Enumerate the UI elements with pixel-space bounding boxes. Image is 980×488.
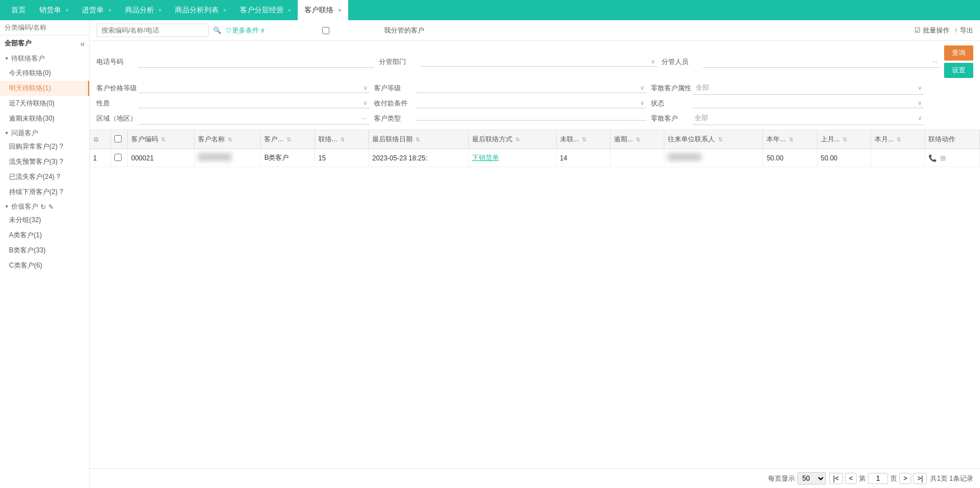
sidebar-item-tomorrow[interactable]: 明天待联络(1): [0, 81, 89, 96]
nav-sales[interactable]: 销货单 ×: [33, 0, 75, 20]
sidebar-item-a-class[interactable]: A类客户(1): [0, 228, 89, 243]
select-all-checkbox[interactable]: [114, 135, 122, 142]
th-code[interactable]: 客户编码 ⇅: [128, 130, 195, 149]
th-this-year[interactable]: 本年... ⇅: [763, 130, 817, 149]
search-input[interactable]: [96, 24, 209, 37]
th-contact-count[interactable]: 联络... ⇅: [315, 130, 368, 149]
sidebar-item-churned[interactable]: 已流失客户(24) ?: [0, 169, 89, 185]
th-customer-type[interactable]: 客户... ⇅: [261, 130, 315, 149]
export-button[interactable]: ↑ 导出: [954, 26, 973, 35]
filter-payment: 收付款条件 ∨: [374, 98, 647, 108]
nature-label: 性质: [96, 99, 136, 108]
customer-name-blurred: [198, 153, 232, 161]
department-select[interactable]: ∨: [420, 57, 657, 67]
nav-customer-tier[interactable]: 客户分层经营 ×: [233, 0, 298, 20]
sidebar-item-7days[interactable]: 近7天待联络(0): [0, 96, 89, 111]
sidebar-item-declining[interactable]: 持续下滑客户(2) ?: [0, 185, 89, 200]
payment-select[interactable]: ∨: [415, 98, 647, 108]
page-size-select[interactable]: 50 100 200: [797, 472, 826, 485]
export-label: 导出: [960, 26, 973, 35]
reset-button[interactable]: 设置: [944, 63, 973, 78]
sidebar-item-b-class[interactable]: B类客户(33): [0, 243, 89, 258]
th-name[interactable]: 客户名称 ⇅: [194, 130, 261, 149]
nav-product-analysis[interactable]: 商品分析 ×: [118, 0, 168, 20]
th-last-contact-date[interactable]: 最后联络日期 ⇅: [369, 130, 468, 149]
table-header-row: ⚙ 客户编码 ⇅ 客户名称 ⇅ 客户... ⇅ 联络... ⇅ 最后联络日期 ⇅…: [90, 130, 980, 149]
person-select[interactable]: ···: [703, 56, 940, 68]
sidebar-group-problem: 问题客户: [0, 126, 89, 139]
filter-row-3: 性质 ∨ 收付款条件 ∨ 状态: [96, 98, 973, 108]
nav-customer-contact[interactable]: 客户联络 ×: [298, 0, 348, 20]
th-this-month[interactable]: 本月... ⇅: [871, 130, 925, 149]
nav-purchase[interactable]: 进货单 ×: [75, 0, 118, 20]
sidebar-item-c-class[interactable]: C类客户(6): [0, 258, 89, 273]
retail-attr-select[interactable]: 全部 ∨: [694, 81, 924, 95]
edit-icon-value[interactable]: ✎: [48, 203, 54, 211]
sidebar-item-repurchase[interactable]: 回购异常客户(2) ?: [0, 139, 89, 154]
department-label: 分管部门: [379, 57, 418, 67]
sidebar-group-value: 价值客户 ↻ ✎: [0, 200, 89, 213]
top-nav: 首页 销货单 × 进货单 × 商品分析 × 商品分析列表 × 客户分层经营 × …: [0, 0, 980, 20]
sidebar-item-today[interactable]: 今天待联络(0): [0, 66, 89, 81]
person-dots[interactable]: ···: [932, 58, 937, 66]
first-page-button[interactable]: |<: [829, 473, 843, 484]
sidebar-item-churn-warning[interactable]: 流失预警客户(3) ?: [0, 154, 89, 169]
page-label-suffix: 页: [890, 474, 897, 484]
collapse-icon[interactable]: «: [80, 39, 85, 48]
td-name: [194, 149, 261, 167]
nav-product-analysis-list[interactable]: 商品分析列表 ×: [168, 0, 233, 20]
status-select[interactable]: ∨: [692, 98, 924, 108]
more-action-icon[interactable]: ⊞: [940, 154, 946, 162]
my-customers-toggle[interactable]: 我分管的客户: [270, 26, 424, 35]
price-level-select[interactable]: ∨: [139, 83, 369, 93]
all-customers-label: 全部客户: [4, 39, 31, 48]
sidebar-item-ungrouped[interactable]: 未分组(32): [0, 213, 89, 228]
th-uncontacted[interactable]: 未联... ⇅: [556, 130, 610, 149]
query-button[interactable]: 查询: [944, 45, 973, 61]
my-customers-checkbox[interactable]: [270, 27, 382, 34]
nature-select[interactable]: ∨: [138, 98, 369, 108]
last-page-button[interactable]: >|: [913, 473, 927, 484]
nav-home[interactable]: 首页: [4, 0, 33, 20]
close-sales[interactable]: ×: [66, 7, 69, 13]
price-level-label: 客户价格等级: [96, 84, 137, 93]
refresh-icon[interactable]: ↻: [40, 203, 46, 211]
search-button[interactable]: 🔍: [213, 26, 221, 34]
customer-type-select[interactable]: [415, 117, 647, 121]
action-icons: 📞 ⊞: [928, 154, 976, 162]
close-product-analysis-list[interactable]: ×: [223, 7, 226, 13]
bulk-action-button[interactable]: ☑ 批量操作: [914, 26, 950, 35]
contact-method-link[interactable]: 下销货单: [472, 154, 499, 162]
retail-customer-select[interactable]: 全部 ∨: [692, 112, 924, 125]
area-dots[interactable]: ···: [362, 114, 367, 122]
phone-input[interactable]: [138, 56, 375, 68]
close-purchase[interactable]: ×: [108, 7, 112, 13]
sidebar-search-input[interactable]: [4, 24, 89, 31]
phone-action-icon[interactable]: 📞: [928, 154, 937, 162]
close-customer-tier[interactable]: ×: [288, 7, 292, 13]
prev-page-button[interactable]: <: [845, 473, 857, 484]
sidebar-item-overdue[interactable]: 逾期未联络(30): [0, 111, 89, 126]
next-page-button[interactable]: >: [899, 473, 911, 484]
filter-row-2: 客户价格等级 ∨ 客户等级 ∨ 零散客户属性 全部: [96, 81, 973, 95]
filter-row-1: 电话号码 分管部门 ∨ 分管人员 ···: [96, 45, 973, 78]
th-overdue[interactable]: 逾期... ⇅: [610, 130, 664, 149]
area-select[interactable]: ···: [139, 113, 369, 125]
th-unit-contact[interactable]: 往来单位联系人 ⇅: [664, 130, 763, 149]
close-customer-contact[interactable]: ×: [338, 7, 341, 13]
th-last-month[interactable]: 上月... ⇅: [817, 130, 871, 149]
page-number-input[interactable]: [868, 473, 888, 484]
customer-level-select[interactable]: ∨: [415, 83, 647, 93]
th-last-contact-method[interactable]: 最后联络方式 ⇅: [468, 130, 556, 149]
sidebar: 🔍 全部客户 « 待联络客户 今天待联络(0) 明天待联络(1) 近7天待联络(…: [0, 20, 90, 488]
row-checkbox[interactable]: [114, 154, 122, 161]
sidebar-all-customers[interactable]: 全部客户 «: [0, 35, 89, 52]
filter-icon: ▽: [226, 26, 231, 34]
th-action: 联络动作: [925, 130, 980, 149]
close-product-analysis[interactable]: ×: [159, 7, 162, 13]
sort-contact-icon: ⇅: [340, 136, 345, 142]
more-conditions-toggle[interactable]: ▽ 更多条件 ∧: [226, 26, 265, 35]
department-arrow: ∨: [651, 58, 655, 65]
sort-unit-icon: ⇅: [718, 136, 723, 142]
gear-icon[interactable]: ⚙: [93, 136, 99, 144]
